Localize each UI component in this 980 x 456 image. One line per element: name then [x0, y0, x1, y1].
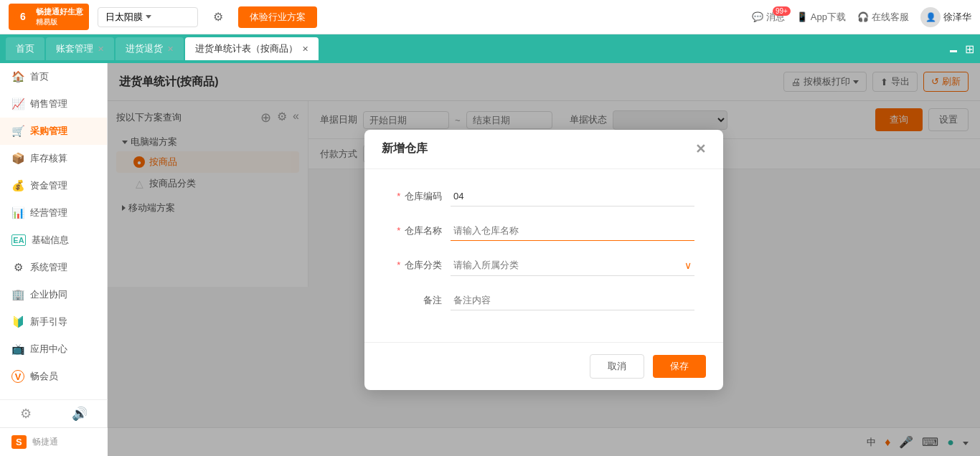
main-layout: 🏠 首页 📈 销售管理 🛒 采购管理 📦 库存核算 💰 资金管理 📊 经营管理 …: [0, 63, 980, 456]
sidebar-item-inventory[interactable]: 📦 库存核算: [0, 145, 107, 172]
app-download-label: App下载: [811, 11, 846, 24]
tab-minimize-icon[interactable]: 🗕: [948, 42, 959, 55]
note-input[interactable]: [451, 290, 694, 310]
modal-overlay[interactable]: 新增仓库 ✕ * 仓库编码 *: [108, 63, 980, 456]
bottom-left: S 畅捷通: [11, 435, 58, 449]
modal-footer: 取消 保存: [364, 342, 723, 390]
headset-icon: 🎧: [857, 11, 869, 22]
trial-button[interactable]: 体验行业方案: [238, 6, 317, 28]
store-selector[interactable]: 日太阳膜: [98, 7, 198, 27]
sidebar-item-finance[interactable]: 💰 资金管理: [0, 172, 107, 199]
warehouse-name-input[interactable]: [451, 221, 694, 241]
sidebar-bottom: ⚙ 🔊: [0, 399, 108, 427]
tab-purchase-return-label: 进货退货: [126, 42, 163, 55]
sidebar-item-operation[interactable]: 📊 经营管理: [0, 199, 107, 227]
sidebar-item-member-label: 畅会员: [30, 370, 58, 383]
message-badge: 99+: [773, 6, 791, 16]
required-mark-code: *: [397, 191, 400, 201]
sidebar-item-appcenter[interactable]: 📺 应用中心: [0, 336, 107, 363]
sidebar-item-guide[interactable]: 🔰 新手引导: [0, 308, 107, 336]
tab-bar-actions: 🗕 ⊞: [948, 42, 974, 56]
sidebar-item-purchase-label: 采购管理: [30, 125, 67, 138]
sidebar-item-home-label: 首页: [30, 70, 49, 83]
category-input[interactable]: [453, 260, 684, 270]
top-header: 6 畅捷通好生意 精易版 日太阳膜 ⚙ 体验行业方案 💬 消息 99+ 📱 Ap…: [0, 0, 980, 34]
form-row-note: 备注: [393, 290, 694, 310]
sidebar-item-collab-label: 企业协同: [30, 288, 67, 301]
required-mark-category: *: [397, 260, 400, 270]
member-icon: V: [11, 370, 24, 383]
sidebar-item-collab[interactable]: 🏢 企业协同: [0, 281, 107, 308]
tab-purchase-return-close[interactable]: ✕: [167, 44, 174, 54]
sidebar-item-purchase[interactable]: 🛒 采购管理: [0, 118, 107, 145]
inventory-icon: 📦: [11, 152, 24, 165]
tab-purchase-stat-close[interactable]: ✕: [302, 44, 308, 54]
tab-purchase-stat-label: 进货单统计表（按商品）: [195, 42, 298, 55]
category-chevron-icon: ∨: [684, 260, 692, 271]
sidebar-item-inventory-label: 库存核算: [30, 152, 67, 165]
sidebar-item-home[interactable]: 🏠 首页: [0, 63, 107, 90]
save-button[interactable]: 保存: [653, 355, 706, 378]
guide-icon: 🔰: [11, 315, 24, 328]
purchase-icon: 🛒: [11, 125, 24, 138]
app-download-button[interactable]: 📱 App下载: [796, 11, 846, 24]
tab-account-close[interactable]: ✕: [98, 44, 104, 54]
tab-purchase-return[interactable]: 进货退货 ✕: [116, 37, 184, 60]
modal-close-button[interactable]: ✕: [695, 141, 706, 157]
sidebar-sound-icon[interactable]: 🔊: [72, 406, 88, 422]
avatar: 👤: [920, 7, 941, 27]
message-icon: 💬: [752, 11, 763, 22]
modal-body: * 仓库编码 * 仓库名称: [364, 169, 723, 342]
logo-area: 6 畅捷通好生意 精易版: [9, 4, 89, 29]
tab-bar: 首页 账套管理 ✕ 进货退货 ✕ 进货单统计表（按商品） ✕ 🗕 ⊞: [0, 34, 980, 63]
store-dropdown-icon: [146, 15, 151, 19]
sidebar-item-sales[interactable]: 📈 销售管理: [0, 90, 107, 118]
header-right: 💬 消息 99+ 📱 App下载 🎧 在线客服 👤 徐泽华: [752, 7, 971, 27]
message-button[interactable]: 💬 消息 99+: [752, 11, 785, 24]
form-row-code: * 仓库编码: [393, 186, 694, 206]
basic-icon: EA: [11, 234, 26, 246]
sidebar-item-appcenter-label: 应用中心: [30, 343, 67, 356]
online-service-button[interactable]: 🎧 在线客服: [857, 11, 909, 24]
note-label: 备注: [393, 294, 451, 307]
name-label: * 仓库名称: [393, 224, 451, 237]
tab-home-label: 首页: [16, 42, 34, 55]
form-row-category: * 仓库分类 ∨: [393, 255, 694, 276]
sidebar-item-member[interactable]: V 畅会员: [0, 363, 107, 390]
bottom-logo-icon: S: [11, 435, 27, 449]
code-label: * 仓库编码: [393, 190, 451, 203]
store-name: 日太阳膜: [105, 11, 143, 24]
logo-icon: 6: [14, 8, 32, 25]
operation-icon: 📊: [11, 206, 24, 219]
sidebar-item-system[interactable]: ⚙ 系统管理: [0, 254, 107, 281]
required-mark-name: *: [397, 225, 400, 236]
system-icon: ⚙: [11, 261, 24, 274]
sidebar-item-sales-label: 销售管理: [30, 98, 67, 110]
modal-title: 新增仓库: [382, 141, 428, 156]
tab-account[interactable]: 账套管理 ✕: [46, 37, 114, 60]
home-icon: 🏠: [11, 70, 24, 83]
collab-icon: 🏢: [11, 288, 24, 301]
add-warehouse-modal: 新增仓库 ✕ * 仓库编码 *: [364, 130, 723, 390]
finance-icon: 💰: [11, 179, 24, 192]
sidebar-item-operation-label: 经营管理: [30, 206, 67, 219]
online-service-label: 在线客服: [872, 11, 909, 24]
content-area: 进货单统计(按商品) 🖨 按模板打印 ⬆ 导出 ↺ 刷新: [108, 63, 980, 456]
settings-button[interactable]: ⚙: [207, 6, 230, 29]
user-profile[interactable]: 👤 徐泽华: [920, 7, 971, 27]
sales-icon: 📈: [11, 98, 24, 110]
modal-header: 新增仓库 ✕: [364, 130, 723, 169]
phone-icon: 📱: [796, 11, 808, 22]
sidebar-settings-icon[interactable]: ⚙: [20, 406, 32, 422]
sidebar-item-basic-label: 基础信息: [32, 234, 69, 247]
sidebar-item-guide-label: 新手引导: [30, 315, 67, 328]
bottom-brand-text: 畅捷通: [32, 436, 58, 448]
cancel-button[interactable]: 取消: [590, 354, 644, 379]
sidebar-item-basic[interactable]: EA 基础信息: [0, 227, 107, 254]
warehouse-code-input[interactable]: [451, 186, 694, 206]
logo-text: 畅捷通好生意 精易版: [36, 6, 83, 27]
tab-purchase-stat[interactable]: 进货单统计表（按商品） ✕: [185, 37, 319, 60]
username: 徐泽华: [943, 11, 971, 24]
tab-maximize-icon[interactable]: ⊞: [965, 42, 974, 56]
tab-home[interactable]: 首页: [6, 37, 44, 60]
